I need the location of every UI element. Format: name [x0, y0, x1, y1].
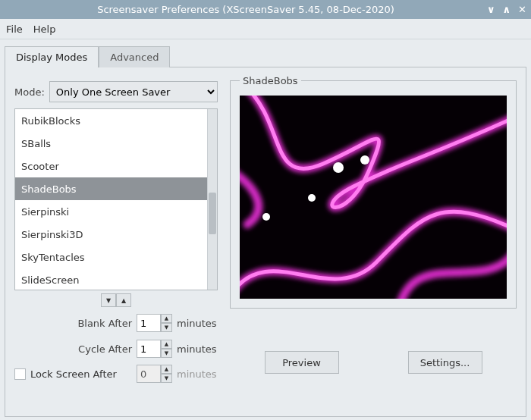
list-item[interactable]: SkyTentacles — [15, 246, 207, 268]
svg-point-3 — [308, 194, 316, 202]
blank-after-spin: ▲ ▼ — [137, 314, 172, 332]
cycle-after-up[interactable]: ▲ — [161, 340, 172, 349]
cycle-after-row: Cycle After ▲ ▼ minutes — [14, 339, 218, 359]
cycle-after-unit: minutes — [177, 343, 218, 355]
cycle-after-spin: ▲ ▼ — [137, 340, 172, 358]
scrollbar-thumb[interactable] — [209, 193, 216, 234]
preview-image — [240, 96, 507, 299]
svg-point-4 — [262, 213, 270, 221]
blank-after-row: Blank After ▲ ▼ minutes — [14, 313, 218, 333]
blank-after-label: Blank After — [14, 318, 132, 329]
minimize-icon[interactable]: ∨ — [487, 4, 495, 15]
menu-file[interactable]: File — [6, 24, 23, 35]
window-controls: ∨ ∧ ✕ — [487, 4, 526, 15]
preview-button[interactable]: Preview — [265, 351, 339, 374]
tab-display-modes[interactable]: Display Modes — [5, 46, 99, 67]
tab-bar: Display Modes Advanced — [5, 45, 526, 67]
mode-row: Mode: Only One Screen Saver — [14, 81, 218, 102]
lock-unit: minutes — [177, 368, 218, 380]
lock-up[interactable]: ▲ — [161, 365, 172, 374]
cycle-after-label: Cycle After — [14, 343, 132, 355]
close-icon[interactable]: ✕ — [518, 4, 526, 15]
mode-select[interactable]: Only One Screen Saver — [49, 81, 218, 102]
window-titlebar: Screensaver Preferences (XScreenSaver 5.… — [0, 0, 531, 19]
svg-point-2 — [360, 155, 369, 165]
tab-panel: Mode: Only One Screen Saver RubikBlocksS… — [5, 67, 526, 417]
preview-fieldset: ShadeBobs — [230, 75, 517, 309]
cycle-after-down[interactable]: ▼ — [161, 349, 172, 358]
lock-spin: ▲ ▼ — [137, 365, 172, 383]
lock-down[interactable]: ▼ — [161, 374, 172, 383]
list-item[interactable]: SBalls — [15, 132, 207, 155]
window-title: Screensaver Preferences (XScreenSaver 5.… — [5, 4, 487, 15]
list-item[interactable]: SlideScreen — [15, 268, 207, 290]
list-reorder: ▼ ▲ — [14, 293, 218, 307]
maximize-icon[interactable]: ∧ — [503, 4, 511, 15]
lock-checkbox[interactable] — [14, 368, 26, 380]
list-item[interactable]: RubikBlocks — [15, 109, 207, 132]
left-pane: Mode: Only One Screen Saver RubikBlocksS… — [14, 75, 218, 409]
menu-bar: File Help — [0, 19, 531, 39]
list-move-down[interactable]: ▼ — [101, 293, 116, 307]
settings-button[interactable]: Settings... — [408, 351, 482, 374]
list-item[interactable]: ShadeBobs — [15, 177, 207, 200]
blank-after-unit: minutes — [177, 318, 218, 329]
list-item[interactable]: Sierpinski — [15, 200, 207, 223]
blank-after-up[interactable]: ▲ — [161, 314, 172, 323]
cycle-after-input[interactable] — [137, 340, 161, 358]
list-scrollbar[interactable] — [207, 109, 217, 290]
content-area: Display Modes Advanced Mode: Only One Sc… — [0, 39, 531, 420]
mode-label: Mode: — [14, 86, 45, 98]
list-move-up[interactable]: ▲ — [116, 293, 131, 307]
preview-legend: ShadeBobs — [240, 75, 301, 86]
blank-after-input[interactable] — [137, 314, 161, 332]
tab-advanced[interactable]: Advanced — [99, 46, 170, 67]
menu-help[interactable]: Help — [33, 24, 56, 35]
lock-input — [137, 365, 161, 383]
blank-after-down[interactable]: ▼ — [161, 323, 172, 332]
lock-row: Lock Screen After ▲ ▼ minutes — [14, 365, 218, 383]
lock-label: Lock Screen After — [30, 368, 117, 380]
list-item[interactable]: Sierpinski3D — [15, 223, 207, 246]
list-item[interactable]: Scooter — [15, 155, 207, 177]
screensaver-list-inner[interactable]: RubikBlocksSBallsScooterShadeBobsSierpin… — [15, 109, 207, 290]
right-pane: ShadeBobs — [230, 75, 517, 409]
svg-point-1 — [333, 162, 344, 173]
screensaver-list: RubikBlocksSBallsScooterShadeBobsSierpin… — [14, 108, 218, 290]
preview-buttons: Preview Settings... — [230, 351, 517, 374]
